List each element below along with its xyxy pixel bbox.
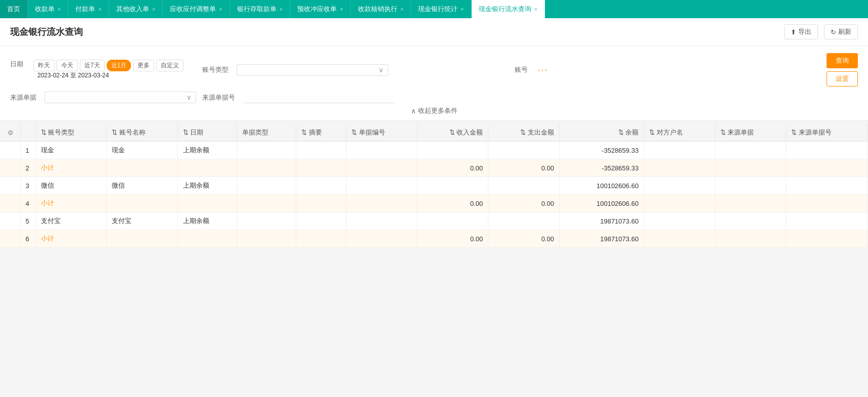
cell-account-name: [107, 159, 178, 177]
nav-item-other-income[interactable]: 其他收入单×: [109, 0, 163, 18]
table-row: 2小计0.000.00-3528659.33: [0, 159, 868, 177]
table-body: 1现金现金上期余额-3528659.332小计0.000.00-3528659.…: [0, 142, 868, 248]
nav-item-collection-verify[interactable]: 收款核销执行×: [351, 0, 411, 18]
cell-settings: [0, 230, 20, 248]
col-income[interactable]: ⇅ 收入金额: [417, 124, 488, 142]
cell-counterparty: [644, 195, 715, 212]
col-account-name[interactable]: ⇅ 账号名称: [107, 124, 178, 142]
header-row: ⚙ ⇅ 账号类型 ⇅ 账号名称 ⇅ 日期 单据类型 ⇅ 摘要 ⇅ 单据编号 ⇅ …: [0, 124, 868, 142]
cell-row-num: 2: [20, 159, 35, 177]
cell-balance: -3528659.33: [559, 159, 644, 177]
cell-account-type: 小计: [35, 195, 107, 212]
col-summary[interactable]: ⇅ 摘要: [296, 124, 346, 142]
cell-settings: [0, 212, 20, 230]
cell-balance: 19871073.60: [559, 212, 644, 230]
account-type-label: 账号类型: [202, 65, 229, 74]
account-dots[interactable]: ···: [538, 65, 549, 75]
collapse-up-icon: ∧: [411, 107, 416, 115]
source-doc-select[interactable]: ∨: [44, 92, 196, 103]
table-row: 3微信微信上期余额100102606.60: [0, 177, 868, 195]
col-source-doc[interactable]: ⇅ 来源单据: [715, 124, 786, 142]
table-row: 6小计0.000.0019871073.60: [0, 230, 868, 248]
cell-settings: [0, 159, 20, 177]
cell-doc-no: [346, 159, 418, 177]
top-nav: 首页收款单×付款单×其他收入单×应收应付调整单×银行存取款单×预收冲应收单×收款…: [0, 0, 868, 18]
cell-expense: 0.00: [488, 230, 560, 248]
nav-close-collection-verify[interactable]: ×: [400, 6, 403, 12]
cell-doc-no: [346, 142, 418, 159]
cell-income: [417, 177, 488, 195]
cell-account-type: 微信: [35, 177, 107, 195]
source-doc-no-label: 来源单据号: [202, 93, 235, 102]
cell-counterparty: [644, 159, 715, 177]
col-expense[interactable]: ⇅ 支出金额: [488, 124, 560, 142]
cell-counterparty: [644, 177, 715, 195]
cell-source-doc: [715, 212, 786, 230]
query-button[interactable]: 查询: [827, 53, 858, 68]
setting-button[interactable]: 设置: [827, 71, 858, 86]
source-doc-label: 来源单据: [10, 93, 36, 102]
nav-item-bank-deposit[interactable]: 银行存取款单×: [230, 0, 290, 18]
filter-area: 日期 昨天今天近7天近1月更多自定义 2023-02-24 至 2023-03-…: [0, 46, 868, 121]
cell-doc-no: [346, 195, 418, 212]
cell-balance: 100102606.60: [559, 195, 644, 212]
account-type-select[interactable]: ∨: [237, 64, 388, 76]
data-table: ⚙ ⇅ 账号类型 ⇅ 账号名称 ⇅ 日期 单据类型 ⇅ 摘要 ⇅ 单据编号 ⇅ …: [0, 124, 868, 248]
nav-close-payment[interactable]: ×: [98, 6, 101, 12]
cell-summary: [296, 212, 346, 230]
refresh-button[interactable]: ↻ 刷新: [824, 24, 858, 39]
date-btn-今天[interactable]: 今天: [57, 60, 78, 71]
col-source-doc-no[interactable]: ⇅ 来源单据号: [786, 124, 868, 142]
date-btn-更多[interactable]: 更多: [133, 60, 154, 71]
cell-source-doc-no: [786, 142, 868, 159]
nav-close-bank-flow[interactable]: ×: [534, 6, 537, 12]
date-btn-近7天[interactable]: 近7天: [80, 60, 105, 71]
cell-source-doc: [715, 230, 786, 248]
cell-settings: [0, 195, 20, 212]
nav-close-ar-adjust[interactable]: ×: [219, 6, 222, 12]
cell-source-doc-no: [786, 212, 868, 230]
nav-item-ar-adjust[interactable]: 应收应付调整单×: [163, 0, 230, 18]
cell-source-doc-no: [786, 230, 868, 248]
nav-item-receipt[interactable]: 收款单×: [28, 0, 68, 18]
nav-close-other-income[interactable]: ×: [152, 6, 155, 12]
cell-balance: -3528659.33: [559, 142, 644, 159]
nav-item-home[interactable]: 首页: [0, 0, 28, 18]
cell-doc-no: [346, 177, 418, 195]
cell-account-type: 小计: [35, 159, 107, 177]
export-button[interactable]: ⬆ 导出: [784, 24, 818, 39]
col-date[interactable]: ⇅ 日期: [177, 124, 237, 142]
source-doc-no-input[interactable]: [243, 92, 395, 103]
table-header: ⚙ ⇅ 账号类型 ⇅ 账号名称 ⇅ 日期 单据类型 ⇅ 摘要 ⇅ 单据编号 ⇅ …: [0, 124, 868, 142]
cell-doc-no: [346, 230, 418, 248]
date-btn-近1月[interactable]: 近1月: [107, 60, 131, 71]
gear-icon[interactable]: ⚙: [8, 129, 14, 137]
col-doc-no[interactable]: ⇅ 单据编号: [346, 124, 418, 142]
export-icon: ⬆: [791, 28, 796, 36]
nav-item-payment[interactable]: 付款单×: [68, 0, 109, 18]
col-settings[interactable]: ⚙: [0, 124, 20, 142]
collapse-bar[interactable]: ∧ 收起更多条件: [10, 106, 858, 115]
cell-account-name: 现金: [107, 142, 178, 159]
cell-income: [417, 212, 488, 230]
cell-doc-type: [237, 177, 296, 195]
date-btn-昨天[interactable]: 昨天: [33, 60, 55, 71]
cell-summary: [296, 142, 346, 159]
nav-close-prepay-offset[interactable]: ×: [340, 6, 343, 12]
nav-close-bank-stat[interactable]: ×: [461, 6, 464, 12]
cell-income: 0.00: [417, 230, 488, 248]
nav-item-bank-stat[interactable]: 现金银行统计×: [411, 0, 471, 18]
cell-date: [177, 195, 237, 212]
nav-item-bank-flow[interactable]: 现金银行流水查询×: [472, 0, 545, 18]
nav-close-bank-deposit[interactable]: ×: [280, 6, 283, 12]
col-doc-type: 单据类型: [237, 124, 296, 142]
col-account-type[interactable]: ⇅ 账号类型: [35, 124, 107, 142]
date-btn-自定义[interactable]: 自定义: [156, 60, 184, 71]
col-counterparty[interactable]: ⇅ 对方户名: [644, 124, 715, 142]
nav-close-receipt[interactable]: ×: [58, 6, 61, 12]
cell-date: 上期余额: [177, 142, 237, 159]
nav-item-prepay-offset[interactable]: 预收冲应收单×: [290, 0, 350, 18]
col-balance[interactable]: ⇅ 余额: [559, 124, 644, 142]
cell-doc-type: [237, 230, 296, 248]
cell-summary: [296, 159, 346, 177]
